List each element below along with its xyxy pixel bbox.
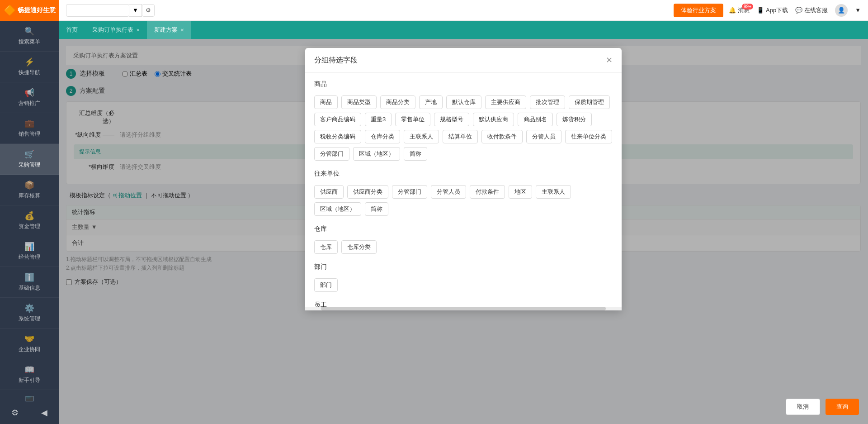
- tab-purchase-label: 采购订单执行表: [92, 26, 133, 34]
- field-default-warehouse[interactable]: 默认仓库: [446, 95, 481, 109]
- field-area[interactable]: 地区: [509, 185, 532, 199]
- field-pay-terms[interactable]: 付款条件: [470, 185, 505, 199]
- top-bar: 🔶 畅捷通好生意 ▼ ⚙ 体验行业方案 🔔 消息 99+ 📱 App下载 💬 在…: [0, 0, 868, 21]
- sidebar-item-search[interactable]: 🔍 搜索菜单: [0, 21, 59, 52]
- field-customer-code[interactable]: 客户商品编码: [314, 113, 361, 126]
- modal-backdrop: 分组待选字段 ✕ 商品 商品 商品类型 商品分类 产地 默认仓库 主要供应商 批…: [59, 39, 868, 424]
- horizontal-scrollbar[interactable]: [305, 307, 622, 310]
- field-payment-terms[interactable]: 收付款条件: [481, 130, 523, 143]
- field-goods-category[interactable]: 商品分类: [380, 95, 415, 109]
- sidebar-item-marketing[interactable]: 📢 营销推广: [0, 82, 59, 113]
- goods-fields: 商品 商品类型 商品分类 产地 默认仓库 主要供应商 批次管理 保质期管理 客户…: [314, 95, 613, 161]
- user-menu[interactable]: ▼: [855, 7, 861, 14]
- app-download-button[interactable]: 📱 App下载: [757, 6, 788, 14]
- field-shelf-life[interactable]: 保质期管理: [569, 95, 610, 109]
- field-supplier[interactable]: 供应商: [314, 185, 344, 199]
- field-weight3[interactable]: 重量3: [365, 113, 392, 126]
- sidebar-bottom-bar: ⚙ ◀: [0, 401, 59, 424]
- field-region[interactable]: 区域（地区）: [353, 147, 400, 161]
- field-refine-points[interactable]: 炼货积分: [557, 113, 592, 126]
- tab-home[interactable]: 首页: [59, 21, 85, 39]
- field-warehouse-cat[interactable]: 仓库分类: [341, 240, 377, 254]
- field-warehouse-category[interactable]: 仓库分类: [365, 130, 400, 143]
- field-batch-mgmt[interactable]: 批次管理: [530, 95, 565, 109]
- field-main-supplier[interactable]: 主要供应商: [485, 95, 526, 109]
- app-download-label: App下载: [766, 6, 788, 14]
- sidebar-item-marketing-label: 营销推广: [19, 100, 40, 107]
- basic-info-icon: ℹ️: [24, 272, 34, 282]
- field-partner-supervisor[interactable]: 分管人员: [431, 185, 466, 199]
- field-goods-type[interactable]: 商品类型: [341, 95, 377, 109]
- sidebar-item-inventory[interactable]: 📦 库存核算: [0, 175, 59, 205]
- warehouse-fields: 仓库 仓库分类: [314, 240, 613, 254]
- avatar[interactable]: 👤: [835, 4, 848, 17]
- download-icon: 📱: [757, 7, 764, 14]
- search-dropdown[interactable]: ▼: [129, 4, 142, 17]
- horizontal-scrollbar-thumb: [321, 307, 606, 310]
- field-origin[interactable]: 产地: [419, 95, 443, 109]
- bottom-action-bar: 取消 查询: [786, 399, 859, 415]
- sidebar-item-quick-nav[interactable]: ⚡ 快捷导航: [0, 52, 59, 82]
- sidebar-item-quick-nav-label: 快捷导航: [19, 69, 40, 76]
- field-warehouse[interactable]: 仓库: [314, 240, 338, 254]
- field-partner-category[interactable]: 往来单位分类: [565, 130, 612, 143]
- field-tax-code[interactable]: 税收分类编码: [314, 130, 361, 143]
- field-retail-unit[interactable]: 零售单位: [395, 113, 430, 126]
- sidebar-item-guide[interactable]: 📖 新手引导: [0, 359, 59, 390]
- quick-nav-icon: ⚡: [24, 57, 34, 67]
- system-icon: ⚙️: [24, 303, 34, 313]
- sidebar-item-finance[interactable]: 💰 资金管理: [0, 205, 59, 236]
- top-right-area: 🔔 消息 99+ 📱 App下载 💬 在线客服 👤 ▼: [729, 4, 868, 17]
- tab-purchase-execution[interactable]: 采购订单执行表 ✕: [85, 21, 147, 39]
- sidebar-item-purchase-label: 采购管理: [19, 161, 40, 169]
- field-dept-managed[interactable]: 分管部门: [314, 147, 349, 161]
- field-dept[interactable]: 部门: [314, 278, 338, 292]
- settings-bottom-button[interactable]: ⚙: [11, 408, 19, 418]
- field-supplier-category[interactable]: 供应商分类: [347, 185, 388, 199]
- tab-new-plan-close[interactable]: ✕: [180, 28, 184, 33]
- sidebar-item-finance-label: 资金管理: [19, 223, 40, 230]
- field-partner-short[interactable]: 简称: [365, 202, 388, 216]
- field-spec-model[interactable]: 规格型号: [434, 113, 469, 126]
- section-partner-title: 往来单位: [314, 170, 613, 180]
- notification-button[interactable]: 🔔 消息 99+: [729, 6, 750, 14]
- field-goods-alias[interactable]: 商品别名: [518, 113, 553, 126]
- tab-purchase-close[interactable]: ✕: [136, 28, 140, 33]
- cancel-button[interactable]: 取消: [786, 399, 820, 415]
- field-settlement-unit[interactable]: 结算单位: [443, 130, 478, 143]
- modal-close-button[interactable]: ✕: [606, 55, 613, 65]
- field-partner-dept[interactable]: 分管部门: [392, 185, 427, 199]
- search-icon: 🔍: [24, 26, 34, 36]
- settings-button[interactable]: ⚙: [142, 4, 155, 17]
- tab-new-plan[interactable]: 新建方案 ✕: [147, 21, 191, 39]
- back-bottom-button[interactable]: ◀: [41, 408, 47, 418]
- field-goods[interactable]: 商品: [314, 95, 338, 109]
- modal-header: 分组待选字段 ✕: [305, 48, 622, 73]
- confirm-button[interactable]: 查询: [826, 399, 859, 415]
- modal-body: 商品 商品 商品类型 商品分类 产地 默认仓库 主要供应商 批次管理 保质期管理…: [305, 73, 622, 307]
- field-partner-region[interactable]: 区域（地区）: [314, 202, 361, 216]
- sidebar-item-operations[interactable]: 📊 经营管理: [0, 236, 59, 267]
- sidebar-item-sales[interactable]: 💼 销售管理: [0, 113, 59, 144]
- section-partner: 往来单位 供应商 供应商分类 分管部门 分管人员 付款条件 地区 主联系人 区域…: [314, 170, 613, 216]
- section-warehouse-title: 仓库: [314, 225, 613, 235]
- logo: 🔶 畅捷通好生意: [0, 0, 59, 21]
- field-short-name[interactable]: 简称: [404, 147, 427, 161]
- sidebar-item-purchase[interactable]: 🛒 采购管理: [0, 144, 59, 175]
- dept-fields: 部门: [314, 278, 613, 292]
- trial-button[interactable]: 体验行业方案: [674, 4, 723, 17]
- finance-icon: 💰: [24, 211, 34, 221]
- logo-text: 畅捷通好生意: [18, 6, 56, 14]
- search-input[interactable]: [66, 4, 129, 17]
- field-partner-contact[interactable]: 主联系人: [536, 185, 571, 199]
- top-actions: 体验行业方案: [668, 4, 729, 17]
- field-supervisor[interactable]: 分管人员: [526, 130, 561, 143]
- sidebar-item-enterprise[interactable]: 🤝 企业协同: [0, 329, 59, 359]
- field-main-contact[interactable]: 主联系人: [404, 130, 439, 143]
- modal-title: 分组待选字段: [314, 56, 358, 65]
- section-employee-title: 员工: [314, 301, 613, 307]
- sidebar-item-basic-info[interactable]: ℹ️ 基础信息: [0, 267, 59, 298]
- sidebar-item-system[interactable]: ⚙️ 系统管理: [0, 298, 59, 329]
- online-service-button[interactable]: 💬 在线客服: [795, 6, 828, 14]
- field-default-supplier[interactable]: 默认供应商: [473, 113, 514, 126]
